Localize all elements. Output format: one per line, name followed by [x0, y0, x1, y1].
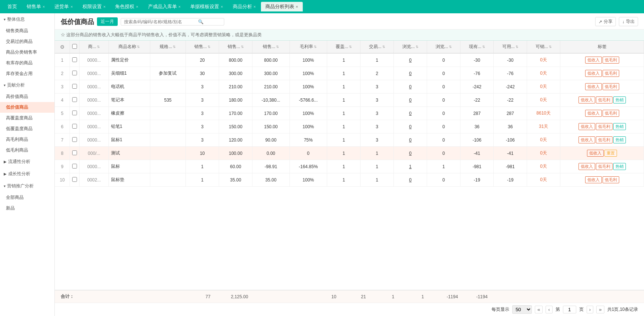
sidebar-section-growth[interactable]: ▶ 成长性分析 [0, 168, 54, 180]
search-icon[interactable]: 🔍 [198, 19, 204, 24]
sidebar-item-high-margin[interactable]: 高毛利商品 [0, 134, 54, 145]
row-select[interactable] [72, 150, 77, 155]
row-checkbox[interactable] [70, 173, 80, 187]
row-checkbox[interactable] [70, 107, 80, 120]
row-browse1[interactable]: 0 [394, 120, 427, 133]
close-tab-permission[interactable]: × [103, 4, 105, 9]
gear-icon[interactable]: ⚙ [60, 44, 65, 50]
close-tab-role[interactable]: × [136, 4, 138, 9]
sidebar-item-all-products[interactable]: 全部商品 [0, 192, 54, 203]
sidebar-section-marketing[interactable]: ▾ 营销推广分析 [0, 180, 54, 192]
trade-column-header[interactable]: 交易...⇅ [360, 41, 394, 53]
row-checkbox[interactable] [70, 147, 80, 160]
sidebar-item-low-margin[interactable]: 低毛利商品 [0, 145, 54, 156]
nav-tab-role[interactable]: 角色授权× [111, 2, 142, 11]
row-checkbox[interactable] [70, 67, 80, 80]
gear-column-header[interactable]: ⚙ [55, 41, 70, 53]
browse-link[interactable]: 0 [409, 58, 412, 63]
share-button[interactable]: ↗ 分享 [595, 17, 616, 26]
sidebar-section-overall[interactable]: ▾ 整体信息 [0, 13, 54, 26]
nav-tab-permission[interactable]: 权限设置× [78, 2, 110, 11]
current-column-header[interactable]: 现有...⇅ [460, 41, 494, 53]
row-checkbox[interactable] [70, 80, 80, 94]
row-select[interactable] [72, 57, 77, 62]
row-checkbox[interactable] [70, 133, 80, 147]
sidebar-section-flow[interactable]: ▶ 流通性分析 [0, 156, 54, 168]
row-browse1[interactable]: 0 [394, 133, 427, 147]
row-checkbox[interactable] [70, 94, 80, 107]
browse-link[interactable]: 0 [409, 111, 412, 116]
search-input[interactable] [124, 19, 198, 24]
row-browse1[interactable]: 0 [394, 80, 427, 94]
sale1-column-header[interactable]: 销售...⇅ [219, 41, 252, 53]
close-tab-product-list[interactable]: × [296, 4, 298, 9]
row-select[interactable] [72, 177, 77, 182]
sidebar-item-high-coverage[interactable]: 高覆盖度商品 [0, 113, 54, 123]
checkbox-column-header[interactable] [70, 41, 80, 53]
prev-page-button[interactable]: ‹ [546, 306, 552, 313]
next-page-button[interactable]: › [587, 306, 593, 313]
row-browse1[interactable]: 0 [394, 94, 427, 107]
page-input[interactable] [563, 306, 576, 313]
sidebar-item-high-value[interactable]: 高价值商品 [0, 91, 54, 102]
close-tab-template[interactable]: × [221, 4, 223, 9]
sidebar-item-stock-capital[interactable]: 库存资金占用 [0, 68, 54, 79]
sidebar-section-contribution[interactable]: ▾ 贡献分析 [0, 79, 54, 91]
row-select[interactable] [72, 111, 77, 115]
row-select[interactable] [72, 71, 77, 75]
browse-link[interactable]: 0 [409, 124, 412, 129]
first-page-button[interactable]: « [535, 306, 543, 313]
sale2-column-header[interactable]: 销售...⇅ [252, 41, 290, 53]
sidebar-item-low-coverage[interactable]: 低覆盖度商品 [0, 123, 54, 134]
gross-column-header[interactable]: 毛利率⇅ [289, 41, 327, 53]
row-checkbox[interactable] [70, 160, 80, 173]
spec-column-header[interactable]: 规格...⇅ [150, 41, 185, 53]
search-box[interactable]: 🔍 [121, 18, 224, 26]
nav-tab-product-analysis[interactable]: 商品分析× [228, 2, 260, 11]
row-browse1[interactable]: 0 [394, 53, 427, 67]
sidebar-item-new-products[interactable]: 新品 [0, 203, 54, 214]
cover-column-header[interactable]: 覆盖...⇅ [327, 41, 360, 53]
row-select[interactable] [72, 137, 77, 142]
row-select[interactable] [72, 84, 77, 89]
sidebar-item-sales-products[interactable]: 销售类商品 [0, 26, 54, 36]
browse-link[interactable]: 0 [409, 84, 412, 89]
row-select[interactable] [72, 124, 77, 129]
sidebar-item-low-value[interactable]: 低价值商品 [0, 102, 54, 113]
sidebar-item-traded-products[interactable]: 交易过的商品 [0, 36, 54, 47]
last-page-button[interactable]: » [596, 306, 604, 313]
row-browse1[interactable]: 0 [394, 173, 427, 187]
close-tab-purchase[interactable]: × [70, 4, 73, 9]
qty-column-header[interactable]: 销售...⇅ [186, 41, 219, 53]
sidebar-item-stock-products[interactable]: 有库存的商品 [0, 58, 54, 68]
nav-tab-home[interactable]: 首页 [3, 2, 21, 11]
filter-button[interactable]: 近一月 [97, 17, 118, 26]
row-select[interactable] [72, 97, 77, 102]
browse-link[interactable]: 0 [409, 151, 412, 156]
nav-tab-product-list[interactable]: 商品分析列表× [261, 2, 302, 11]
nav-tab-sales[interactable]: 销售单× [22, 2, 49, 11]
export-button[interactable]: ↓ 导出 [619, 17, 638, 26]
row-browse1[interactable]: 0 [394, 147, 427, 160]
row-browse1[interactable]: 1 [394, 160, 427, 173]
browse2-column-header[interactable]: 浏览...⇅ [427, 41, 460, 53]
browse-link[interactable]: 0 [409, 98, 412, 103]
browse-link[interactable]: 1 [409, 164, 412, 169]
browse-link[interactable]: 0 [409, 137, 412, 143]
row-select[interactable] [72, 164, 77, 169]
available-column-header[interactable]: 可用...⇅ [494, 41, 527, 53]
row-checkbox[interactable] [70, 53, 80, 67]
nav-tab-template[interactable]: 单据模板设置× [186, 2, 227, 11]
row-browse1[interactable]: 0 [394, 67, 427, 80]
close-tab-sales[interactable]: × [43, 4, 45, 9]
close-tab-warehouse[interactable]: × [178, 4, 181, 9]
browse-link[interactable]: 0 [409, 71, 412, 76]
name-column-header[interactable]: 商品名称⇅ [108, 41, 150, 53]
sidebar-item-category-sales-rate[interactable]: 商品分类销售率 [0, 47, 54, 58]
close-tab-product-analysis[interactable]: × [254, 4, 256, 9]
code-column-header[interactable]: 商...⇅ [80, 41, 108, 53]
row-checkbox[interactable] [70, 120, 80, 133]
select-all-checkbox[interactable] [72, 44, 77, 49]
row-browse1[interactable]: 0 [394, 107, 427, 120]
saleable-column-header[interactable]: 可销...⇅ [527, 41, 560, 53]
